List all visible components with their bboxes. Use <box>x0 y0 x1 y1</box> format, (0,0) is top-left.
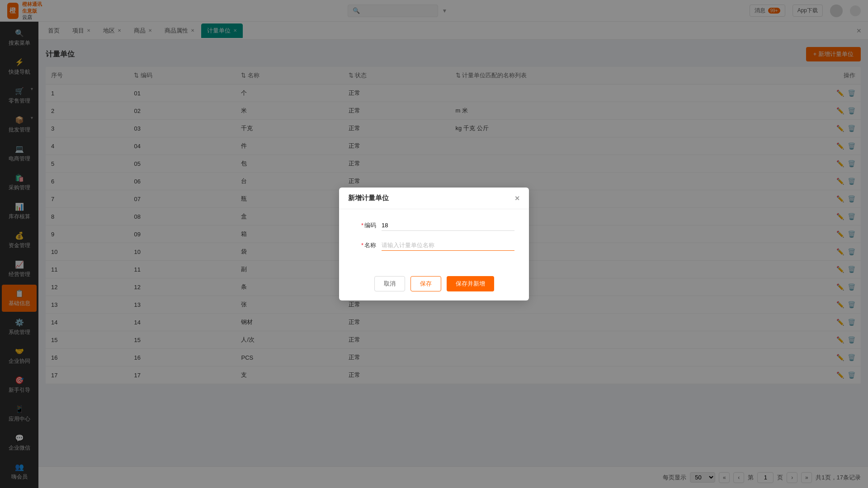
name-label: *名称 <box>354 241 376 249</box>
form-row-name: *名称 <box>354 240 514 251</box>
code-label: *编码 <box>354 221 376 230</box>
name-input[interactable] <box>382 240 514 251</box>
modal-close-btn[interactable]: ✕ <box>514 195 520 202</box>
modal-overlay: 新增计量单位 ✕ *编码 *名称 取消 保存 保存并新增 <box>0 0 868 488</box>
modal-body: *编码 *名称 <box>339 209 529 271</box>
save-button[interactable]: 保存 <box>410 276 441 291</box>
form-row-code: *编码 <box>354 220 514 231</box>
modal-header: 新增计量单位 ✕ <box>339 188 529 209</box>
add-unit-modal: 新增计量单位 ✕ *编码 *名称 取消 保存 保存并新增 <box>339 188 529 300</box>
code-required: * <box>361 222 363 229</box>
cancel-button[interactable]: 取消 <box>374 276 405 291</box>
code-input[interactable] <box>382 220 514 231</box>
modal-title: 新增计量单位 <box>348 194 389 202</box>
name-required: * <box>361 242 363 249</box>
modal-footer: 取消 保存 保存并新增 <box>339 271 529 300</box>
save-new-button[interactable]: 保存并新增 <box>447 276 494 291</box>
